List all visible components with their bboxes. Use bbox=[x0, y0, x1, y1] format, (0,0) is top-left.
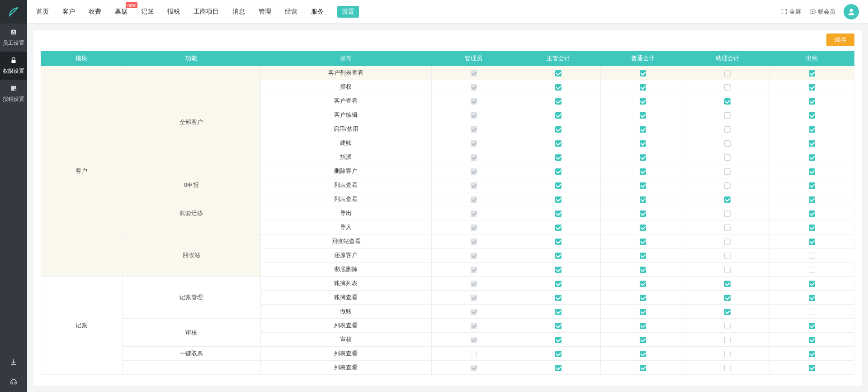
permission-checkbox[interactable] bbox=[724, 295, 731, 301]
permission-checkbox[interactable] bbox=[809, 365, 815, 371]
permission-checkbox[interactable] bbox=[809, 154, 815, 161]
permission-checkbox[interactable] bbox=[724, 210, 731, 217]
permission-checkbox[interactable] bbox=[640, 154, 646, 161]
permission-checkbox[interactable] bbox=[555, 267, 561, 273]
permission-checkbox[interactable] bbox=[809, 337, 815, 343]
permission-checkbox[interactable] bbox=[555, 281, 561, 287]
permission-checkbox[interactable] bbox=[555, 239, 561, 245]
permission-checkbox[interactable] bbox=[555, 253, 561, 259]
permission-checkbox[interactable] bbox=[809, 225, 815, 231]
permission-checkbox[interactable] bbox=[724, 70, 731, 76]
permission-checkbox[interactable] bbox=[640, 70, 646, 76]
permission-checkbox[interactable] bbox=[809, 210, 815, 217]
permission-checkbox[interactable] bbox=[640, 309, 646, 315]
permission-checkbox[interactable] bbox=[809, 351, 815, 357]
permission-checkbox[interactable] bbox=[724, 154, 731, 161]
permission-checkbox[interactable] bbox=[640, 168, 646, 175]
permission-checkbox[interactable] bbox=[724, 112, 731, 119]
permission-checkbox[interactable] bbox=[809, 281, 815, 287]
permission-checkbox[interactable] bbox=[640, 126, 646, 133]
nav-item-9[interactable]: 经营 bbox=[285, 8, 297, 16]
nav-item-0[interactable]: 首页 bbox=[36, 8, 49, 16]
permission-checkbox[interactable] bbox=[640, 351, 646, 357]
nav-item-7[interactable]: 消息 bbox=[232, 8, 245, 16]
permission-checkbox[interactable] bbox=[724, 196, 731, 203]
permission-checkbox[interactable] bbox=[640, 239, 646, 245]
permission-checkbox[interactable] bbox=[724, 239, 731, 245]
permission-checkbox[interactable] bbox=[724, 337, 731, 343]
permission-checkbox[interactable] bbox=[809, 323, 815, 329]
permission-checkbox[interactable] bbox=[640, 365, 646, 371]
permission-checkbox[interactable] bbox=[640, 225, 646, 231]
save-button[interactable]: 保存 bbox=[826, 33, 854, 46]
permission-checkbox[interactable] bbox=[809, 239, 815, 245]
permission-checkbox[interactable] bbox=[640, 323, 646, 329]
permission-checkbox[interactable] bbox=[640, 98, 646, 105]
permission-checkbox[interactable] bbox=[555, 126, 561, 133]
permission-checkbox[interactable] bbox=[555, 70, 561, 76]
permission-checkbox[interactable] bbox=[809, 168, 815, 175]
permission-checkbox[interactable] bbox=[724, 281, 731, 287]
permission-checkbox[interactable] bbox=[809, 182, 815, 189]
permission-checkbox[interactable] bbox=[809, 267, 815, 273]
permission-checkbox[interactable] bbox=[640, 84, 646, 91]
permission-checkbox[interactable] bbox=[640, 253, 646, 259]
support-icon[interactable] bbox=[0, 372, 27, 392]
nav-item-10[interactable]: 服务 bbox=[311, 8, 324, 16]
fullscreen-button[interactable]: 全屏 bbox=[781, 8, 801, 16]
nav-item-11[interactable]: 设置 bbox=[337, 6, 359, 18]
permission-checkbox[interactable] bbox=[555, 225, 561, 231]
permission-checkbox[interactable] bbox=[640, 182, 646, 189]
nav-item-1[interactable]: 客户 bbox=[62, 8, 75, 16]
permission-checkbox[interactable] bbox=[555, 98, 561, 105]
permissions-table-wrap[interactable]: 模块功能操作管理员主管会计普通会计助理会计出纳 客户全部客户客户列表查看授权客户… bbox=[33, 51, 862, 386]
permission-checkbox[interactable] bbox=[555, 168, 561, 175]
permission-checkbox[interactable] bbox=[640, 112, 646, 119]
permission-checkbox[interactable] bbox=[809, 196, 815, 203]
permission-checkbox[interactable] bbox=[724, 168, 731, 175]
permission-checkbox[interactable] bbox=[555, 196, 561, 203]
permission-checkbox[interactable] bbox=[555, 351, 561, 357]
permission-checkbox[interactable] bbox=[555, 140, 561, 147]
nav-item-5[interactable]: 报税 bbox=[167, 8, 180, 16]
nav-item-4[interactable]: 记账 bbox=[141, 8, 154, 16]
permission-checkbox[interactable] bbox=[640, 337, 646, 343]
permission-checkbox[interactable] bbox=[724, 182, 731, 189]
permission-checkbox[interactable] bbox=[809, 84, 815, 91]
permission-checkbox[interactable] bbox=[724, 140, 731, 147]
sidebar-item-0[interactable]: 员工设置 bbox=[0, 24, 27, 52]
nav-item-8[interactable]: 管理 bbox=[259, 8, 271, 16]
permission-checkbox[interactable] bbox=[724, 225, 731, 231]
nav-item-2[interactable]: 收费 bbox=[89, 8, 101, 16]
permission-checkbox[interactable] bbox=[555, 182, 561, 189]
sidebar-item-1[interactable]: 权限设置 bbox=[0, 52, 27, 80]
permission-checkbox[interactable] bbox=[809, 126, 815, 133]
permission-checkbox[interactable] bbox=[809, 98, 815, 105]
permission-checkbox[interactable] bbox=[724, 365, 731, 371]
permission-checkbox[interactable] bbox=[555, 309, 561, 315]
permission-checkbox[interactable] bbox=[809, 309, 815, 315]
app-logo[interactable] bbox=[0, 0, 27, 24]
member-button[interactable]: 畅会员 bbox=[809, 8, 835, 16]
permission-checkbox[interactable] bbox=[555, 295, 561, 301]
permission-checkbox[interactable] bbox=[724, 126, 731, 133]
permission-checkbox[interactable] bbox=[809, 112, 815, 119]
permission-checkbox[interactable] bbox=[640, 210, 646, 217]
permission-checkbox[interactable] bbox=[640, 281, 646, 287]
sidebar-item-2[interactable]: 报税设置 bbox=[0, 80, 27, 108]
permission-checkbox[interactable] bbox=[555, 210, 561, 217]
permission-checkbox[interactable] bbox=[555, 84, 561, 91]
permission-checkbox[interactable] bbox=[724, 351, 731, 357]
permission-checkbox[interactable] bbox=[471, 351, 477, 357]
permission-checkbox[interactable] bbox=[555, 337, 561, 343]
permission-checkbox[interactable] bbox=[724, 253, 731, 259]
permission-checkbox[interactable] bbox=[555, 154, 561, 161]
avatar[interactable] bbox=[844, 4, 859, 19]
permission-checkbox[interactable] bbox=[809, 253, 815, 259]
permission-checkbox[interactable] bbox=[724, 309, 731, 315]
permission-checkbox[interactable] bbox=[724, 98, 731, 105]
permission-checkbox[interactable] bbox=[640, 196, 646, 203]
nav-item-3[interactable]: 票据new bbox=[115, 8, 127, 16]
nav-item-6[interactable]: 工商项目 bbox=[193, 8, 219, 16]
permission-checkbox[interactable] bbox=[640, 267, 646, 273]
